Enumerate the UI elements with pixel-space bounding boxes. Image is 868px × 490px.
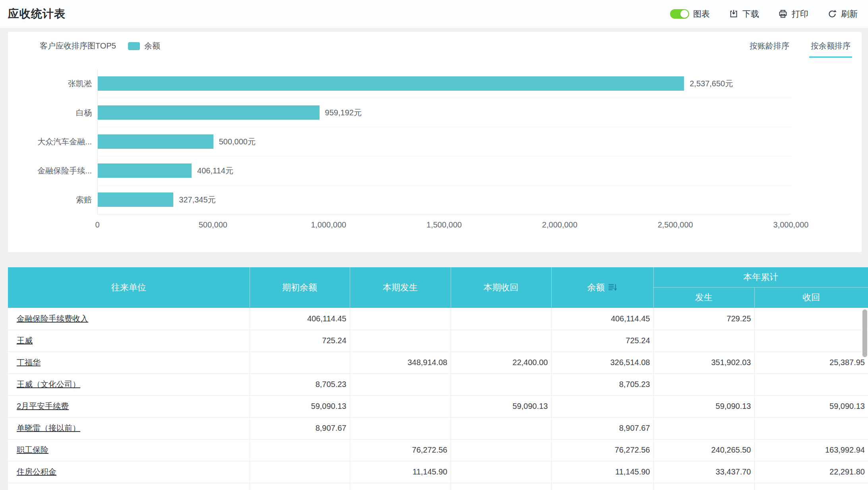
bar[interactable] xyxy=(98,105,320,120)
cell-incurred: 76,272.56 xyxy=(350,439,451,461)
bar[interactable] xyxy=(98,192,173,207)
cell-opening: 406,114.45 xyxy=(250,308,350,330)
cell-recovered xyxy=(451,373,551,395)
cell-balance: 8,907.67 xyxy=(551,417,653,439)
cell-incurred xyxy=(350,330,451,352)
legend-swatch xyxy=(128,42,140,50)
cell-balance: 8,705.23 xyxy=(551,373,653,395)
cell-balance: 76,272.56 xyxy=(551,439,653,461)
download-button[interactable]: 下载 xyxy=(729,8,759,19)
partner-link[interactable]: 2月平安手续费 xyxy=(17,402,69,410)
table-row: 丁福华 348,914.08 22,400.00 326,514.08 351,… xyxy=(8,352,868,373)
cell-opening: 8,907.67 xyxy=(250,417,350,439)
chart-toggle[interactable] xyxy=(670,9,689,19)
partner-link[interactable]: 单晓雷（接以前） xyxy=(17,424,80,432)
bar[interactable] xyxy=(98,134,213,149)
cell-recovered xyxy=(451,461,551,483)
cell-ytd-incurred xyxy=(653,417,754,439)
cell-ytd-recovered xyxy=(754,373,868,395)
cell-balance: 725.24 xyxy=(551,330,653,352)
cell-incurred xyxy=(350,373,451,395)
partner-link[interactable]: 金融保险手续费收入 xyxy=(17,314,88,323)
cell-recovered xyxy=(451,439,551,461)
scrollbar-thumb[interactable] xyxy=(862,309,867,357)
bar-value-label: 406,114元 xyxy=(197,165,233,176)
col-header-partner: 往来单位 xyxy=(8,267,250,308)
table-row: 单晓雷（接以前） 8,907.67 8,907.67 xyxy=(8,417,868,439)
tab-sort-by-aging[interactable]: 按账龄排序 xyxy=(748,41,791,58)
balance-sort-button[interactable]: 余额 xyxy=(587,282,618,294)
bar-category-label: 索赔 xyxy=(76,194,92,205)
refresh-label: 刷新 xyxy=(841,8,858,19)
cell-ytd-recovered xyxy=(754,308,868,330)
tab-sort-by-balance[interactable]: 按余额排序 xyxy=(809,41,852,58)
print-label: 打印 xyxy=(792,8,808,19)
receivables-table: 往来单位 期初余额 本期发生 本期收回 余额 xyxy=(8,267,868,490)
cell-balance: 406,114.45 xyxy=(551,308,653,330)
cell-recovered: 59,090.13 xyxy=(451,395,551,417)
x-tick: 500,000 xyxy=(199,220,227,229)
cell-ytd-recovered: 163,992.94 xyxy=(754,439,868,461)
cell-ytd-incurred: 240,265.50 xyxy=(653,439,754,461)
chart-band: 张凯淞 2,537,650元 xyxy=(98,69,791,98)
cell-incurred: 11,145.90 xyxy=(350,461,451,483)
bar[interactable] xyxy=(98,76,684,91)
refresh-button[interactable]: 刷新 xyxy=(827,8,858,19)
chart-toggle-control: 图表 xyxy=(670,8,710,19)
partner-link[interactable]: 职工保险 xyxy=(17,445,48,454)
bar-category-label: 大众汽车金融... xyxy=(37,136,92,147)
x-tick: 1,000,000 xyxy=(311,220,346,229)
cell-recovered xyxy=(451,417,551,439)
cell-balance: 11,145.90 xyxy=(551,461,653,483)
cell-incurred xyxy=(350,395,451,417)
cell-balance: 326,514.08 xyxy=(551,352,653,373)
chart-band: 白杨 959,192元 xyxy=(98,98,791,127)
refresh-icon xyxy=(827,9,837,19)
table-row-partial xyxy=(8,483,868,490)
plot-area: 张凯淞 2,537,650元 白杨 959,192元 大众汽车金融... 500… xyxy=(97,69,791,214)
partner-link[interactable]: 王威（文化公司） xyxy=(17,380,80,389)
cell-opening: 59,090.13 xyxy=(250,395,350,417)
receivables-table-card: 往来单位 期初余额 本期发生 本期收回 余额 xyxy=(8,267,868,490)
chart-band: 大众汽车金融... 500,000元 xyxy=(98,127,791,156)
header-controls: 图表 下载 打印 xyxy=(670,8,858,19)
x-tick: 2,500,000 xyxy=(658,220,693,229)
cell-recovered xyxy=(451,330,551,352)
cell-ytd-recovered: 59,090.13 xyxy=(754,395,868,417)
partner-link[interactable]: 王威 xyxy=(17,336,33,345)
cell-opening xyxy=(250,461,350,483)
cell-ytd-recovered: 25,387.95 xyxy=(754,352,868,373)
bar-value-label: 959,192元 xyxy=(325,107,362,118)
table-row: 住房公积金 11,145.90 11,145.90 33,437.70 22,2… xyxy=(8,461,868,483)
chart-toggle-label: 图表 xyxy=(693,8,710,19)
partner-link[interactable]: 住房公积金 xyxy=(17,467,56,476)
table-row: 王威（文化公司） 8,705.23 8,705.23 xyxy=(8,373,868,395)
chart-sort-tabs: 按账龄排序 按余额排序 xyxy=(748,41,852,58)
page-header: 应收统计表 图表 下载 xyxy=(0,0,868,28)
print-icon xyxy=(778,9,788,19)
partner-link[interactable]: 丁福华 xyxy=(17,358,41,367)
bar-value-label: 2,537,650元 xyxy=(690,78,733,89)
cell-balance xyxy=(551,395,653,417)
col-header-ytd-incurred: 发生 xyxy=(653,287,754,308)
bar-chart: 张凯淞 2,537,650元 白杨 959,192元 大众汽车金融... 500… xyxy=(97,69,791,233)
page-title: 应收统计表 xyxy=(8,6,66,21)
cell-opening xyxy=(250,439,350,461)
cell-incurred xyxy=(350,308,451,330)
bar[interactable] xyxy=(98,163,192,178)
col-header-ytd-recovered: 收回 xyxy=(754,287,868,308)
legend-label: 余额 xyxy=(144,41,160,51)
cell-ytd-recovered xyxy=(754,417,868,439)
bar-value-label: 327,345元 xyxy=(179,194,215,205)
bar-category-label: 金融保险手续... xyxy=(37,165,92,176)
table-row: 金融保险手续费收入 406,114.45 406,114.45 729.25 xyxy=(8,308,868,330)
cell-opening xyxy=(250,352,350,373)
cell-ytd-incurred: 59,090.13 xyxy=(653,395,754,417)
sort-descending-icon xyxy=(607,282,618,293)
print-button[interactable]: 打印 xyxy=(778,8,808,19)
bar-value-label: 500,000元 xyxy=(219,136,256,147)
chart-header: 客户应收排序图TOP5 余额 按账龄排序 按余额排序 xyxy=(8,32,862,58)
cell-opening: 8,705.23 xyxy=(250,373,350,395)
chart-title: 客户应收排序图TOP5 xyxy=(40,41,116,51)
cell-opening: 725.24 xyxy=(250,330,350,352)
